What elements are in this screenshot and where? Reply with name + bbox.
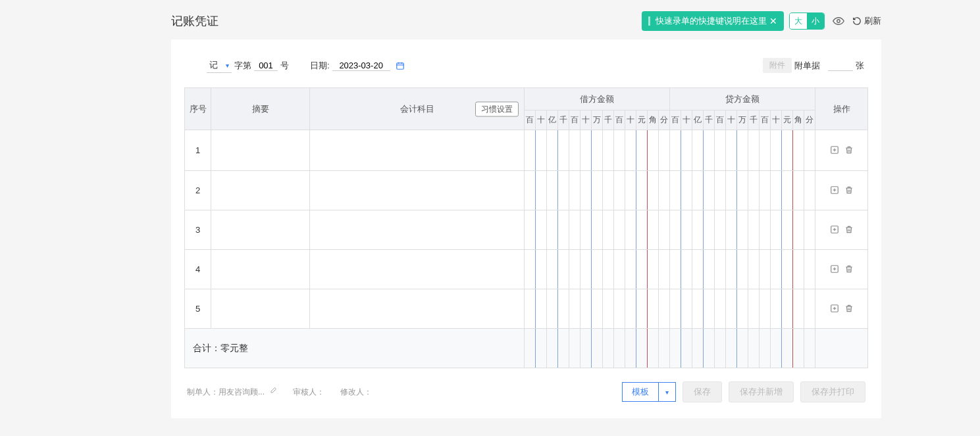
digit-cell[interactable] [726,250,737,289]
date-input[interactable] [332,61,390,71]
digit-cell[interactable] [558,289,569,329]
digit-cell[interactable] [636,130,648,171]
digit-cell[interactable] [692,289,704,329]
digit-cell[interactable] [692,130,704,171]
digit-cell[interactable] [748,289,760,329]
delete-row-icon[interactable] [843,303,855,314]
voucher-type-select[interactable]: 记 ▾ [207,58,232,73]
summary-cell[interactable] [211,250,310,289]
add-row-icon[interactable] [829,144,840,156]
digit-cell[interactable] [536,250,547,289]
digit-cell[interactable] [603,171,614,210]
digit-cell[interactable] [681,289,692,329]
digit-cell[interactable] [569,130,580,171]
save-print-button[interactable]: 保存并打印 [800,381,865,402]
digit-cell[interactable] [715,130,726,171]
digit-cell[interactable] [659,289,670,329]
delete-row-icon[interactable] [843,224,855,235]
digit-cell[interactable] [804,130,815,171]
digit-cell[interactable] [648,130,659,171]
digit-cell[interactable] [748,210,760,250]
digit-cell[interactable] [569,250,580,289]
digit-cell[interactable] [547,130,558,171]
digit-cell[interactable] [536,130,547,171]
digit-cell[interactable] [681,210,692,250]
digit-cell[interactable] [603,289,614,329]
digit-cell[interactable] [782,289,793,329]
digit-cell[interactable] [804,250,815,289]
digit-cell[interactable] [625,210,636,250]
add-row-icon[interactable] [829,224,840,235]
add-row-icon[interactable] [829,263,840,275]
summary-cell[interactable] [211,210,310,250]
digit-cell[interactable] [670,250,681,289]
subject-cell[interactable] [310,289,525,329]
digit-cell[interactable] [603,210,614,250]
digit-cell[interactable] [558,171,569,210]
digit-cell[interactable] [715,250,726,289]
digit-cell[interactable] [715,210,726,250]
digit-cell[interactable] [636,210,648,250]
subject-cell[interactable] [310,210,525,250]
digit-cell[interactable] [558,210,569,250]
save-new-button[interactable]: 保存并新增 [729,381,794,402]
add-row-icon[interactable] [829,303,840,314]
summary-cell[interactable] [211,289,310,329]
digit-cell[interactable] [592,130,603,171]
digit-cell[interactable] [771,130,782,171]
digit-cell[interactable] [760,250,771,289]
close-icon[interactable]: ✕ [769,16,777,26]
size-large-button[interactable]: 大 [790,13,807,29]
calendar-icon[interactable] [396,61,405,70]
digit-cell[interactable] [580,289,592,329]
subject-cell[interactable] [310,250,525,289]
digit-cell[interactable] [603,250,614,289]
digit-cell[interactable] [536,171,547,210]
digit-cell[interactable] [737,171,748,210]
digit-cell[interactable] [614,171,625,210]
delete-row-icon[interactable] [843,184,855,196]
digit-cell[interactable] [681,250,692,289]
digit-cell[interactable] [592,210,603,250]
digit-cell[interactable] [525,289,536,329]
digit-cell[interactable] [793,210,804,250]
digit-cell[interactable] [726,210,737,250]
digit-cell[interactable] [704,171,715,210]
digit-cell[interactable] [569,289,580,329]
digit-cell[interactable] [793,130,804,171]
digit-cell[interactable] [782,250,793,289]
refresh-button[interactable]: 刷新 [852,15,881,27]
attachment-button[interactable]: 附件 [763,58,792,73]
digit-cell[interactable] [648,171,659,210]
digit-cell[interactable] [558,130,569,171]
digit-cell[interactable] [737,289,748,329]
digit-cell[interactable] [737,130,748,171]
digit-cell[interactable] [525,171,536,210]
digit-cell[interactable] [782,210,793,250]
save-button[interactable]: 保存 [683,381,722,402]
digit-cell[interactable] [782,171,793,210]
digit-cell[interactable] [536,289,547,329]
digit-cell[interactable] [659,130,670,171]
digit-cell[interactable] [525,250,536,289]
digit-cell[interactable] [580,250,592,289]
digit-cell[interactable] [782,130,793,171]
summary-input[interactable] [211,130,309,168]
digit-cell[interactable] [804,289,815,329]
digit-cell[interactable] [525,210,536,250]
digit-cell[interactable] [670,130,681,171]
digit-cell[interactable] [625,289,636,329]
digit-cell[interactable] [536,210,547,250]
digit-cell[interactable] [704,130,715,171]
digit-cell[interactable] [659,210,670,250]
digit-cell[interactable] [614,210,625,250]
digit-cell[interactable] [580,130,592,171]
digit-cell[interactable] [715,289,726,329]
digit-cell[interactable] [614,250,625,289]
digit-cell[interactable] [692,210,704,250]
digit-cell[interactable] [648,210,659,250]
digit-cell[interactable] [547,250,558,289]
digit-cell[interactable] [592,289,603,329]
digit-cell[interactable] [625,130,636,171]
digit-cell[interactable] [692,250,704,289]
